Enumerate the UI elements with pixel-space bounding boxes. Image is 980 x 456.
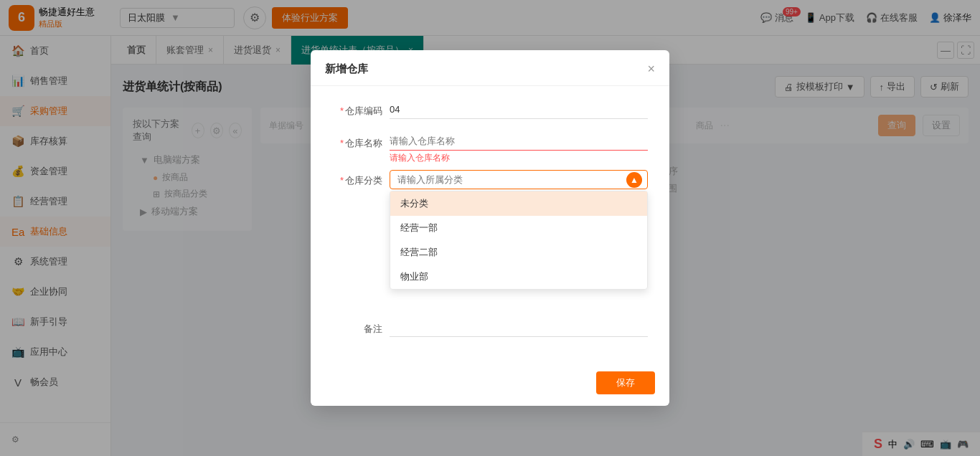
note-label: 备注 — [332, 318, 390, 336]
modal-header: 新增仓库 × — [311, 50, 669, 86]
note-input[interactable] — [390, 318, 648, 337]
modal-title: 新增仓库 — [325, 62, 368, 76]
classify-dropdown: 未分类 经营一部 经营二部 物业部 — [390, 191, 648, 290]
name-row: 仓库名称 请输入仓库名称 — [332, 132, 648, 164]
modal-close-button[interactable]: × — [647, 62, 655, 77]
code-row: 仓库编码 — [332, 100, 648, 119]
name-input[interactable] — [390, 132, 648, 151]
dropdown-item-unclassified[interactable]: 未分类 — [390, 191, 647, 216]
classify-row: 仓库分类 ▲ 未分类 经营一部 经营二部 物业部 — [332, 170, 648, 189]
modal-overlay[interactable]: 新增仓库 × 仓库编码 仓库名称 请输入仓库名称 — [0, 0, 980, 456]
code-input[interactable] — [390, 100, 648, 119]
note-row: 备注 — [332, 318, 648, 337]
code-label: 仓库编码 — [332, 100, 390, 118]
classify-arrow-icon[interactable]: ▲ — [626, 172, 642, 188]
save-button[interactable]: 保存 — [596, 371, 655, 394]
modal-footer: 保存 — [311, 364, 669, 406]
dropdown-item-dept3[interactable]: 物业部 — [390, 265, 647, 289]
classify-input[interactable] — [390, 170, 648, 189]
name-label: 仓库名称 — [332, 133, 390, 150]
name-error-msg: 请输入仓库名称 — [390, 152, 450, 164]
modal-body: 仓库编码 仓库名称 请输入仓库名称 仓库分类 — [311, 86, 669, 364]
name-input-wrap — [390, 132, 648, 151]
classify-wrap: ▲ — [390, 170, 648, 189]
dropdown-item-dept1[interactable]: 经营一部 — [390, 216, 647, 240]
dropdown-item-dept2[interactable]: 经营二部 — [390, 240, 647, 265]
add-warehouse-modal: 新增仓库 × 仓库编码 仓库名称 请输入仓库名称 — [311, 50, 669, 406]
classify-label: 仓库分类 — [332, 170, 390, 187]
